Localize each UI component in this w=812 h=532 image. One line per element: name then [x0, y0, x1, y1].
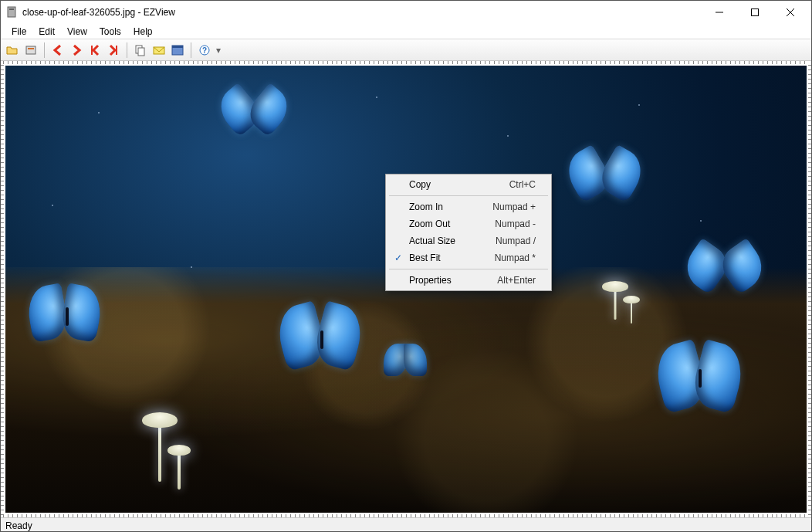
- context-menu-shortcut: Alt+Enter: [497, 275, 536, 286]
- context-menu-label: Copy: [409, 179, 509, 190]
- context-menu-copy[interactable]: Copy Ctrl+C: [387, 176, 550, 193]
- ruler-left: [1, 63, 4, 515]
- image-butterfly: [222, 89, 291, 143]
- menu-help[interactable]: Help: [127, 25, 159, 39]
- app-icon: [5, 6, 18, 19]
- context-menu-shortcut: Numpad /: [496, 236, 536, 246]
- check-icon: ✓: [392, 252, 404, 264]
- svg-rect-3: [752, 9, 759, 16]
- prev-button[interactable]: [49, 42, 66, 59]
- minimize-button[interactable]: [702, 1, 737, 24]
- image-mushroom: [167, 435, 191, 490]
- context-menu-separator: [389, 269, 548, 269]
- menu-edit[interactable]: Edit: [32, 25, 61, 39]
- maximize-button[interactable]: [737, 1, 773, 24]
- image-butterfly: [276, 297, 368, 382]
- image-butterfly: [29, 282, 106, 351]
- image-butterfly: [685, 247, 770, 301]
- context-menu-shortcut: Numpad -: [495, 219, 536, 229]
- menu-tools[interactable]: Tools: [93, 25, 127, 39]
- context-menu-actual-size[interactable]: Actual Size Numpad /: [387, 232, 550, 249]
- menu-bar: File Edit View Tools Help: [1, 24, 811, 39]
- svg-rect-6: [26, 46, 36, 54]
- svg-rect-11: [138, 48, 144, 56]
- menu-file[interactable]: File: [5, 25, 32, 39]
- context-menu-label: Best Fit: [409, 252, 495, 263]
- status-text: Ready: [5, 520, 32, 531]
- ruler-top: [3, 61, 809, 64]
- canvas-area: Copy Ctrl+C Zoom In Numpad + Zoom Out Nu…: [1, 61, 811, 517]
- image-butterfly: [569, 151, 646, 212]
- context-menu: Copy Ctrl+C Zoom In Numpad + Zoom Out Nu…: [385, 174, 552, 291]
- help-button[interactable]: ?: [196, 42, 213, 59]
- context-menu-label: Properties: [409, 275, 497, 286]
- window-title: close-up-of-leaf-326055.jpg - EZView: [22, 7, 175, 18]
- next-button[interactable]: [68, 42, 85, 59]
- context-menu-zoom-out[interactable]: Zoom Out Numpad -: [387, 215, 550, 232]
- last-button[interactable]: [105, 42, 122, 59]
- context-menu-properties[interactable]: Properties Alt+Enter: [387, 272, 550, 289]
- toolbar: ? ▾: [1, 39, 811, 61]
- menu-view[interactable]: View: [61, 25, 93, 39]
- close-button[interactable]: [773, 1, 808, 24]
- open-button[interactable]: [4, 42, 21, 59]
- context-menu-label: Zoom Out: [409, 219, 495, 229]
- email-button[interactable]: [151, 42, 167, 59]
- ruler-right: [808, 63, 811, 515]
- fullscreen-button[interactable]: [169, 42, 186, 59]
- context-menu-label: Zoom In: [409, 202, 492, 212]
- svg-text:?: ?: [202, 46, 207, 55]
- context-menu-shortcut: Numpad +: [492, 202, 536, 212]
- svg-rect-0: [8, 7, 15, 17]
- context-menu-separator: [389, 195, 548, 196]
- image-mushroom: [623, 289, 640, 324]
- context-menu-shortcut: Ctrl+C: [509, 179, 536, 190]
- title-bar: close-up-of-leaf-326055.jpg - EZView: [1, 1, 811, 24]
- context-menu-label: Actual Size: [409, 236, 496, 246]
- context-menu-zoom-in[interactable]: Zoom In Numpad +: [387, 198, 550, 215]
- svg-rect-1: [9, 8, 14, 10]
- status-bar: Ready: [1, 517, 811, 532]
- ruler-bottom: [3, 514, 809, 517]
- svg-rect-14: [172, 46, 183, 48]
- context-menu-shortcut: Numpad *: [495, 252, 536, 263]
- context-menu-best-fit[interactable]: ✓ Best Fit Numpad *: [387, 249, 550, 266]
- image-butterfly: [384, 344, 430, 386]
- copy-button[interactable]: [132, 42, 149, 59]
- first-button[interactable]: [86, 42, 103, 59]
- image-butterfly: [654, 336, 746, 421]
- scan-button[interactable]: [22, 42, 39, 59]
- svg-rect-7: [28, 48, 34, 49]
